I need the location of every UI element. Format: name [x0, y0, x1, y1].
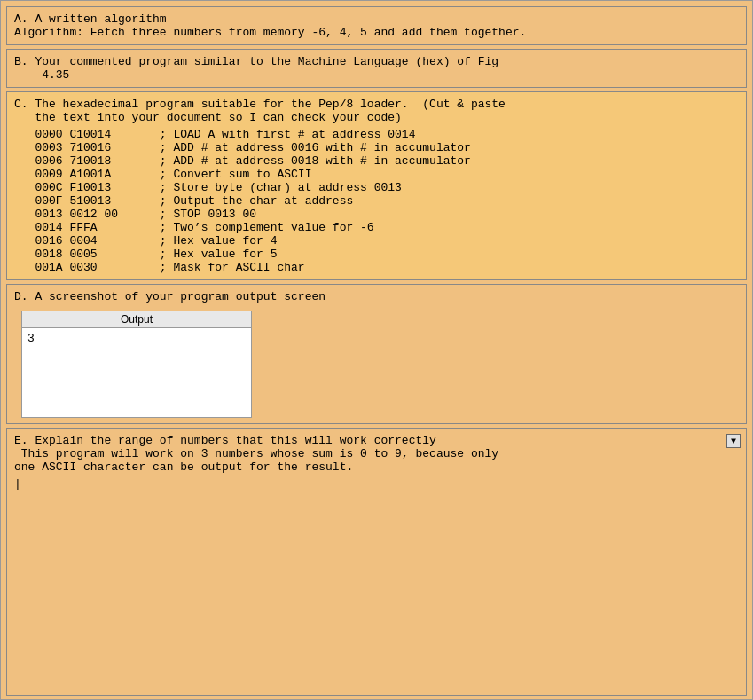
page-container: A. A written algorithm Algorithm: Fetch … — [0, 0, 753, 700]
code-line: 0014 FFFA ; Two’s complement value for -… — [14, 221, 739, 234]
section-c-label: C. The hexadecimal program suitable for … — [14, 98, 739, 124]
section-c-code: 0000 C10014 ; LOAD A with first # at add… — [14, 128, 739, 274]
section-d-label: D. A screenshot of your program output s… — [14, 290, 739, 303]
section-d: D. A screenshot of your program output s… — [6, 284, 747, 424]
code-line: 0009 A1001A ; Convert sum to ASCII — [14, 168, 739, 181]
output-box-container: Output 3 — [21, 311, 739, 418]
section-c: C. The hexadecimal program suitable for … — [6, 91, 747, 280]
code-line: 0003 710016 ; ADD # at address 0016 with… — [14, 141, 739, 154]
section-e-content: This program will work on 3 numbers whos… — [14, 447, 739, 474]
output-box: Output 3 — [21, 311, 252, 418]
code-line: 0013 0012 00 ; STOP 0013 00 — [14, 208, 739, 221]
code-line: 0016 0004 ; Hex value for 4 — [14, 234, 739, 248]
output-box-content: 3 — [22, 328, 251, 417]
code-line: 0018 0005 ; Hex value for 5 — [14, 248, 739, 261]
section-b-label: B. Your commented program similar to the… — [14, 55, 739, 82]
code-line: 000F 510013 ; Output the char at address — [14, 194, 739, 208]
section-b: B. Your commented program similar to the… — [6, 49, 747, 88]
code-line: 000C F10013 ; Store byte (char) at addre… — [14, 181, 739, 194]
section-e-label: E. Explain the range of numbers that thi… — [14, 434, 739, 447]
section-e: ▼ E. Explain the range of numbers that t… — [6, 428, 747, 696]
code-line: 0000 C10014 ; LOAD A with first # at add… — [14, 128, 739, 141]
output-box-title: Output — [22, 311, 251, 328]
section-a: A. A written algorithm Algorithm: Fetch … — [6, 6, 747, 45]
section-a-label: A. A written algorithm — [14, 12, 739, 26]
cursor-indicator: | — [14, 477, 739, 491]
code-line: 0006 710018 ; ADD # at address 0018 with… — [14, 154, 739, 168]
section-a-content: Algorithm: Fetch three numbers from memo… — [14, 26, 739, 39]
code-line: 001A 0030 ; Mask for ASCII char — [14, 261, 739, 274]
dropdown-arrow-icon[interactable]: ▼ — [726, 434, 741, 448]
